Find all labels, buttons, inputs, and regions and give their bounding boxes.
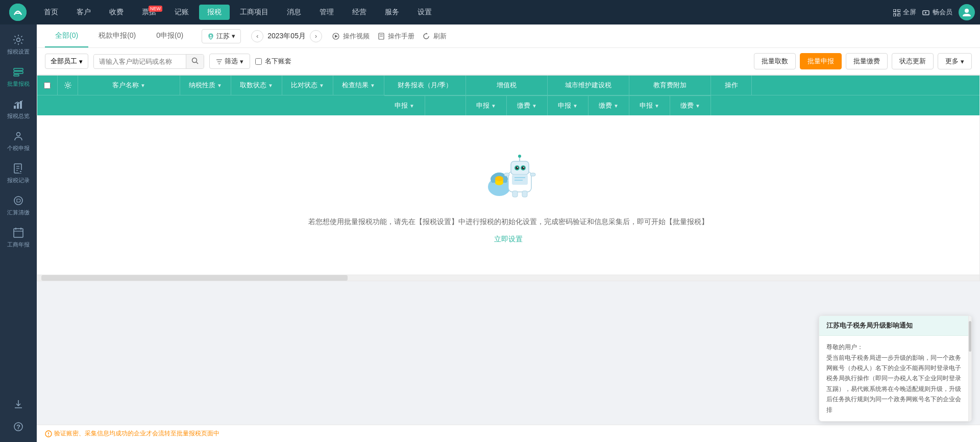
province-selector[interactable]: 江苏 ▾ bbox=[202, 29, 241, 43]
svg-rect-3 bbox=[898, 9, 900, 12]
nav-tax[interactable]: 报税 bbox=[199, 5, 230, 20]
horizontal-scrollbar[interactable] bbox=[37, 275, 979, 281]
nav-accounting[interactable]: 记账 bbox=[166, 5, 197, 20]
sidebar-item-download[interactable] bbox=[0, 393, 37, 415]
urban-declare-filter-icon[interactable]: ▼ bbox=[573, 103, 578, 109]
setup-link[interactable]: 立即设置 bbox=[494, 235, 523, 244]
scrollbar-thumb[interactable] bbox=[41, 275, 348, 281]
notification-panel: 江苏电子税务局升级影响通知 × 尊敬的用户： 受当前电子税务局进一步升级的影响，… bbox=[819, 315, 972, 422]
vat-declare-filter-icon[interactable]: ▼ bbox=[491, 103, 496, 109]
prev-month-btn[interactable]: ‹ bbox=[251, 30, 263, 42]
sidebar-item-tax-record[interactable]: 报税记录 bbox=[0, 157, 37, 189]
svg-point-38 bbox=[192, 58, 197, 62]
sidebar-item-help[interactable]: ? bbox=[0, 415, 37, 438]
member-btn[interactable]: 畅会员 bbox=[922, 8, 952, 17]
svg-point-24 bbox=[14, 197, 22, 205]
svg-rect-12 bbox=[14, 75, 19, 76]
sidebar-item-annual-report[interactable]: 工商年报 bbox=[0, 222, 37, 254]
name-filter-icon[interactable]: ▼ bbox=[140, 83, 145, 88]
compare-filter-icon[interactable]: ▼ bbox=[319, 83, 324, 88]
user-avatar[interactable] bbox=[959, 4, 975, 20]
tab-tax-declare[interactable]: 税款申报(0) bbox=[88, 25, 146, 47]
th-tax-nature: 纳税性质 ▼ bbox=[180, 76, 231, 95]
svg-rect-65 bbox=[512, 191, 518, 197]
month-display: 2023年05月 bbox=[267, 32, 306, 41]
nav-message[interactable]: 消息 bbox=[279, 5, 309, 20]
logo[interactable] bbox=[5, 0, 31, 24]
manual-link[interactable]: 操作手册 bbox=[378, 32, 415, 41]
status-update-btn[interactable]: 状态更新 bbox=[892, 53, 934, 69]
filter-btn[interactable]: 筛选 ▾ bbox=[209, 54, 250, 69]
nav-customer[interactable]: 客户 bbox=[68, 5, 99, 20]
edu-pay-filter-icon[interactable]: ▼ bbox=[695, 103, 700, 109]
search-input[interactable] bbox=[94, 55, 186, 68]
urban-pay-filter-icon[interactable]: ▼ bbox=[614, 103, 619, 109]
top-navigation: 首页 客户 收费 票据 NEW 记账 报税 工商项目 消息 管理 经营 服务 设… bbox=[0, 0, 980, 24]
select-all-checkbox[interactable] bbox=[44, 82, 51, 89]
sidebar-item-tax-summary[interactable]: 报税总览 bbox=[0, 93, 37, 125]
nav-invoice[interactable]: 票据 NEW bbox=[134, 5, 164, 20]
th-check-result: 检查结果 ▼ bbox=[333, 76, 384, 95]
empty-state: 若您想使用批量报税功能，请先在【报税设置】中进行报税的初始化设置，完成密码验证和… bbox=[37, 115, 979, 275]
toolbar: 全部员工 ▾ 筛选 ▾ 名下账套 批量取数 批量申报 批量缴费 状态更新 更多 … bbox=[37, 48, 980, 75]
sidebar-label-clearance: 汇算清缴 bbox=[7, 209, 30, 216]
sidebar-item-tax-settings[interactable]: 报税设置 bbox=[0, 29, 37, 61]
toolbar-right: 批量取数 批量申报 批量缴费 状态更新 更多 ▾ bbox=[754, 53, 972, 69]
next-month-btn[interactable]: › bbox=[310, 30, 322, 42]
checkbox-accounts[interactable]: 名下账套 bbox=[255, 57, 291, 66]
check-filter-icon[interactable]: ▼ bbox=[370, 83, 375, 88]
tab-all[interactable]: 全部(0) bbox=[45, 25, 88, 47]
robot-illustration bbox=[478, 146, 539, 207]
vat-pay-filter-icon[interactable]: ▼ bbox=[532, 103, 537, 109]
nav-billing[interactable]: 收费 bbox=[101, 5, 132, 20]
th-gear[interactable] bbox=[58, 76, 78, 95]
accounts-checkbox[interactable] bbox=[255, 58, 262, 65]
th-checkbox[interactable] bbox=[37, 76, 58, 95]
financial-declare-filter-icon[interactable]: ▼ bbox=[409, 103, 414, 109]
fetch-filter-icon[interactable]: ▼ bbox=[268, 83, 273, 88]
sidebar-item-clearance[interactable]: 汇算清缴 bbox=[0, 189, 37, 222]
svg-point-54 bbox=[516, 166, 519, 169]
th-operation: 操作 bbox=[711, 76, 752, 95]
nav-bizproject[interactable]: 工商项目 bbox=[232, 5, 277, 20]
th-fetch-status: 取数状态 ▼ bbox=[231, 76, 282, 95]
tax-record-icon bbox=[12, 162, 24, 175]
th-vat-pay: 缴费 ▼ bbox=[507, 95, 548, 115]
notif-vscroll-thumb[interactable] bbox=[969, 321, 971, 352]
search-btn[interactable] bbox=[186, 55, 204, 68]
svg-point-8 bbox=[965, 9, 969, 13]
th-edu-pay: 缴费 ▼ bbox=[670, 95, 711, 115]
tax-settings-icon bbox=[12, 34, 24, 46]
svg-text:?: ? bbox=[16, 423, 20, 431]
svg-rect-10 bbox=[14, 68, 23, 70]
nav-service[interactable]: 服务 bbox=[377, 5, 407, 20]
video-link[interactable]: 操作视频 bbox=[332, 32, 370, 41]
staff-selector[interactable]: 全部员工 ▾ bbox=[45, 54, 88, 69]
more-btn[interactable]: 更多 ▾ bbox=[938, 53, 972, 69]
sidebar-item-personal-tax[interactable]: 个税申报 bbox=[0, 125, 37, 157]
notification-decoration bbox=[941, 316, 971, 336]
refresh-link[interactable]: 刷新 bbox=[423, 32, 447, 41]
fullscreen-btn[interactable]: 全屏 bbox=[893, 8, 917, 17]
notif-vscrollbar[interactable] bbox=[968, 316, 971, 421]
action-links: 操作视频 操作手册 刷新 bbox=[332, 32, 447, 41]
batch-declare-btn[interactable]: 批量申报 bbox=[800, 53, 842, 69]
tax-nature-filter-icon[interactable]: ▼ bbox=[217, 83, 222, 88]
batch-fetch-btn[interactable]: 批量取数 bbox=[754, 53, 796, 69]
batch-pay-btn[interactable]: 批量缴费 bbox=[846, 53, 888, 69]
th-urban-pay: 缴费 ▼ bbox=[589, 95, 629, 115]
help-icon: ? bbox=[12, 421, 24, 433]
tab-zero-declare[interactable]: 0申报(0) bbox=[146, 25, 193, 47]
svg-point-16 bbox=[17, 133, 20, 136]
th-urban-tax: 城市维护建设税 bbox=[548, 76, 629, 95]
sidebar-item-batch-tax[interactable]: 批量报税 bbox=[0, 61, 37, 93]
nav-home[interactable]: 首页 bbox=[36, 5, 66, 20]
nav-operation[interactable]: 经营 bbox=[344, 5, 375, 20]
svg-rect-25 bbox=[14, 229, 23, 237]
nav-manage[interactable]: 管理 bbox=[311, 5, 342, 20]
edu-declare-filter-icon[interactable]: ▼ bbox=[654, 103, 659, 109]
status-bar: 验证账密、采集信息均成功的企业才会流转至批量报税页面中 bbox=[37, 425, 980, 442]
nav-settings[interactable]: 设置 bbox=[409, 5, 440, 20]
svg-rect-14 bbox=[17, 103, 19, 109]
nav-right: 全屏 畅会员 bbox=[893, 4, 975, 20]
